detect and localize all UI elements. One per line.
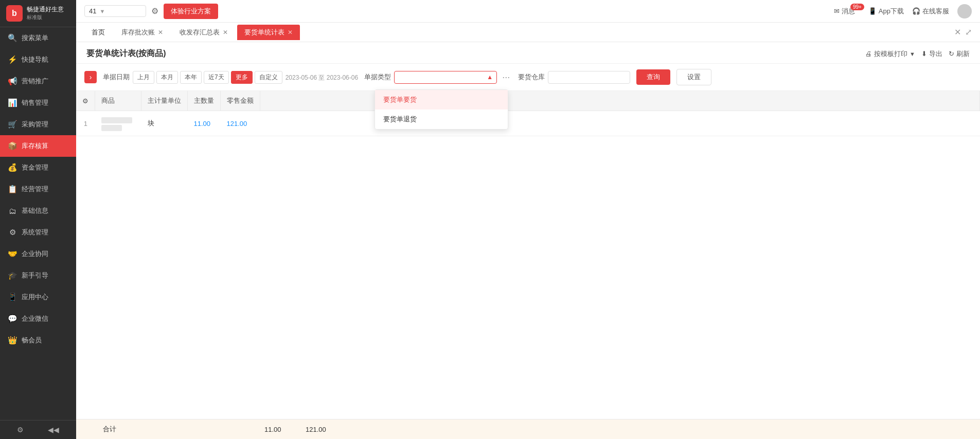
sidebar-item-search[interactable]: 🔍 搜索菜单 xyxy=(0,27,76,49)
row-extra xyxy=(260,111,980,136)
tab-order-stats[interactable]: 要货单统计表 ✕ xyxy=(237,25,300,40)
collapse-icon[interactable]: ◀◀ xyxy=(48,426,59,434)
money-icon: 💰 xyxy=(7,162,17,173)
company-chevron-icon: ▼ xyxy=(99,8,105,14)
sidebar-item-marketing[interactable]: 📢 营销推广 xyxy=(0,70,76,92)
tab-close-all-icon[interactable]: ✕ xyxy=(954,27,961,37)
sidebar-item-quick-nav[interactable]: ⚡ 快捷导航 xyxy=(0,49,76,70)
export-btn[interactable]: ⬇ 导出 xyxy=(921,49,942,59)
page-header: 要货单统计表(按商品) 🖨 按模板打印 ▼ ⬇ 导出 ↻ 刷新 xyxy=(76,42,980,64)
message-badge: 99+ xyxy=(850,4,864,10)
product-placeholder-2 xyxy=(101,125,122,131)
topbar-gear-icon[interactable]: ⚙ xyxy=(151,6,158,16)
date-btn-custom[interactable]: 自定义 xyxy=(255,71,282,84)
type-filter-arrow[interactable]: ▲ xyxy=(487,74,493,81)
sidebar-item-app-center[interactable]: 📱 应用中心 xyxy=(0,286,76,308)
online-service-btn[interactable]: 🎧 在线客服 xyxy=(912,7,949,16)
sidebar-item-guide[interactable]: 🎓 新手引导 xyxy=(0,265,76,286)
main-area: 41 ▼ ⚙ 体验行业方案 ✉ 消息 99+ 📱 App下载 🎧 在线客服 xyxy=(76,0,980,439)
col-product: 商品 xyxy=(95,91,141,111)
table-footer: 合计 11.00 121.00 xyxy=(76,419,980,439)
box-icon: 📦 xyxy=(7,141,17,151)
search-btn[interactable]: 查询 xyxy=(636,69,670,85)
col-settings[interactable]: ⚙ xyxy=(76,91,95,111)
product-placeholder-1 xyxy=(101,117,132,123)
sidebar-item-finance[interactable]: 💰 资金管理 xyxy=(0,157,76,178)
company-num: 41 xyxy=(89,7,96,15)
sidebar-item-operations[interactable]: 📋 经营管理 xyxy=(0,178,76,200)
download-icon: 📱 xyxy=(868,7,877,15)
user-avatar[interactable] xyxy=(957,4,972,19)
export-icon: ⬇ xyxy=(921,50,927,58)
sidebar-item-enterprise-wechat[interactable]: 💬 企业微信 xyxy=(0,308,76,330)
footer-label: 合计 xyxy=(82,425,116,434)
type-filter-input[interactable] xyxy=(394,71,497,84)
tab-home[interactable]: 首页 xyxy=(84,25,112,40)
sidebar-item-system[interactable]: ⚙ 系统管理 xyxy=(0,222,76,243)
sidebar-item-inventory[interactable]: 📦 库存核算 xyxy=(0,135,76,157)
tab-recv-summary[interactable]: 收发存汇总表 ✕ xyxy=(172,25,235,40)
date-btn-last-month[interactable]: 上月 xyxy=(133,71,154,84)
sidebar-item-purchase[interactable]: 🛒 采购管理 xyxy=(0,114,76,135)
type-dropdown: 要货单要货 要货单退货 xyxy=(375,89,508,130)
refresh-btn[interactable]: ↻ 刷新 xyxy=(949,49,970,59)
date-btn-this-year[interactable]: 本年 xyxy=(180,71,202,84)
date-btn-more[interactable]: 更多 xyxy=(231,71,253,84)
print-chevron-icon: ▼ xyxy=(910,51,915,57)
settings-bottom-icon[interactable]: ⚙ xyxy=(17,426,24,434)
col-unit: 主计量单位 xyxy=(141,91,188,111)
topbar: 41 ▼ ⚙ 体验行业方案 ✉ 消息 99+ 📱 App下载 🎧 在线客服 xyxy=(76,0,980,23)
warehouse-input[interactable] xyxy=(548,71,630,84)
col-qty: 主数量 xyxy=(188,91,221,111)
gear-icon: ⚙ xyxy=(7,227,17,237)
date-btn-7days[interactable]: 近7天 xyxy=(204,71,229,84)
filter-bar: › 单据日期 上月 本月 本年 近7天 更多 自定义 2023-05-06 至 … xyxy=(76,64,980,91)
row-amount: 121.00 xyxy=(221,111,260,136)
date-btn-this-month[interactable]: 本月 xyxy=(156,71,178,84)
table-row: 1 块 11.00 121.00 xyxy=(76,111,980,136)
tab-inventory-batch[interactable]: 库存批次账 ✕ xyxy=(114,25,170,40)
graduation-icon: 🎓 xyxy=(7,270,17,281)
dropdown-item-order-purchase[interactable]: 要货单要货 xyxy=(375,90,508,109)
tab-home-label: 首页 xyxy=(92,28,105,37)
sidebar-item-enterprise-collab[interactable]: 🤝 企业协同 xyxy=(0,243,76,265)
sidebar-item-basic-info[interactable]: 🗂 基础信息 xyxy=(0,200,76,222)
tab-inventory-batch-close[interactable]: ✕ xyxy=(158,29,163,36)
qty-link[interactable]: 11.00 xyxy=(194,120,211,127)
app-logo-icon: b xyxy=(6,5,23,22)
dropdown-item-order-return[interactable]: 要货单退货 xyxy=(375,109,508,129)
filter-expand-btn[interactable]: › xyxy=(84,71,97,83)
type-input-wrap: ▲ xyxy=(394,71,497,84)
tab-expand-icon[interactable]: ⤢ xyxy=(965,27,972,37)
page-header-actions: 🖨 按模板打印 ▼ ⬇ 导出 ↻ 刷新 xyxy=(865,49,970,59)
headphone-icon: 🎧 xyxy=(912,7,920,15)
footer-amount: 121.00 xyxy=(301,426,343,433)
lightning-icon: ⚡ xyxy=(7,54,17,65)
col-amount: 零售金额 xyxy=(221,91,260,111)
tab-order-stats-close[interactable]: ✕ xyxy=(288,29,293,36)
print-btn[interactable]: 🖨 按模板打印 ▼ xyxy=(865,49,915,59)
row-unit: 块 xyxy=(141,111,188,136)
type-filter-group: 单据类型 ▲ ··· xyxy=(364,71,512,84)
sidebar-item-sales[interactable]: 📊 销售管理 xyxy=(0,92,76,114)
app-logo-text: 畅捷通好生意 标准版 xyxy=(27,6,64,21)
crown-icon: 👑 xyxy=(7,335,17,345)
industry-btn[interactable]: 体验行业方案 xyxy=(164,4,218,19)
app-download-btn[interactable]: 📱 App下载 xyxy=(868,7,904,16)
tab-inventory-batch-label: 库存批次账 xyxy=(121,28,155,37)
tab-recv-summary-close[interactable]: ✕ xyxy=(223,29,228,36)
sidebar-item-members[interactable]: 👑 畅会员 xyxy=(0,330,76,351)
company-selector[interactable]: 41 ▼ xyxy=(84,5,146,17)
print-icon: 🖨 xyxy=(865,50,872,58)
date-filter-group: 单据日期 上月 本月 本年 近7天 更多 自定义 2023-05-06 至 20… xyxy=(103,71,358,84)
amount-link[interactable]: 121.00 xyxy=(227,120,247,127)
sidebar: b 畅捷通好生意 标准版 🔍 搜索菜单 ⚡ 快捷导航 📢 营销推广 📊 销售管理… xyxy=(0,0,76,439)
type-filter-label: 单据类型 xyxy=(364,72,391,82)
message-btn[interactable]: ✉ 消息 99+ xyxy=(834,7,860,16)
clipboard-icon: 📋 xyxy=(7,184,17,194)
settings-btn[interactable]: 设置 xyxy=(676,69,711,85)
col-extra xyxy=(260,91,980,111)
table-header-row: ⚙ 商品 主计量单位 主数量 零售金额 xyxy=(76,91,980,111)
filter-more-btn[interactable]: ··· xyxy=(502,72,510,83)
topbar-right: ✉ 消息 99+ 📱 App下载 🎧 在线客服 xyxy=(834,4,972,19)
